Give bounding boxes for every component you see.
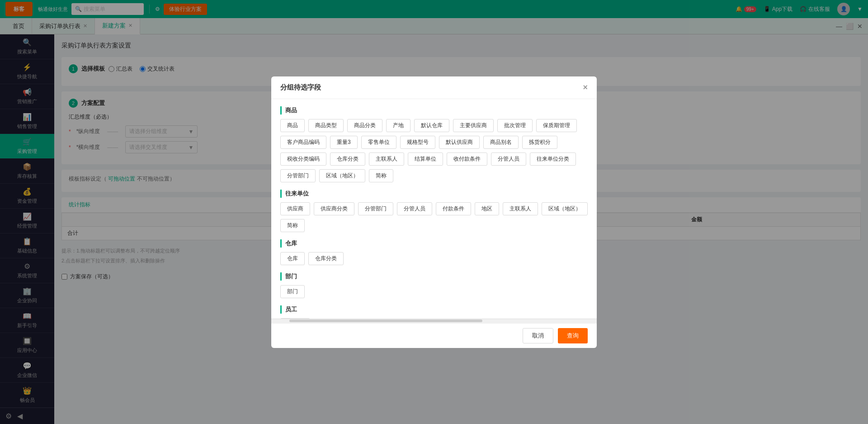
section-title-department: 部门 (280, 272, 588, 281)
modal-horizontal-scrollbar[interactable] (271, 319, 597, 323)
tag-partner-7[interactable]: 区域（地区） (542, 202, 588, 215)
tag-goods-19[interactable]: 收付款条件 (447, 152, 487, 166)
field-section-partner: 往来单位 供应商 供应商分类 分管部门 分管人员 付款条件 地区 主联系人 区域… (280, 190, 588, 232)
department-tags: 部门 (280, 285, 588, 298)
tag-goods-24[interactable]: 简称 (369, 169, 393, 182)
field-section-department: 部门 部门 (280, 272, 588, 298)
warehouse-tags: 仓库 仓库分类 (280, 252, 588, 265)
field-section-goods: 商品 商品 商品类型 商品分类 产地 默认仓库 主要供应商 批次管理 保质期管理… (280, 106, 588, 182)
tag-goods-2[interactable]: 商品分类 (347, 119, 382, 132)
tag-goods-7[interactable]: 保质期管理 (536, 119, 577, 132)
partner-tags: 供应商 供应商分类 分管部门 分管人员 付款条件 地区 主联系人 区域（地区） … (280, 202, 588, 232)
tag-partner-2[interactable]: 分管部门 (358, 202, 393, 215)
field-section-warehouse: 仓库 仓库 仓库分类 (280, 239, 588, 265)
tag-goods-12[interactable]: 默认供应商 (439, 136, 480, 149)
modal-overlay: 分组待选字段 × 商品 商品 商品类型 商品分类 产地 默认仓库 主要供应商 批… (0, 0, 868, 424)
modal-header: 分组待选字段 × (271, 76, 597, 99)
tag-goods-9[interactable]: 重量3 (330, 136, 358, 149)
tag-goods-21[interactable]: 往来单位分类 (530, 152, 576, 166)
tag-goods-0[interactable]: 商品 (280, 119, 305, 132)
tag-goods-20[interactable]: 分管人员 (491, 152, 526, 166)
scrollbar-thumb[interactable] (289, 319, 482, 322)
tag-goods-16[interactable]: 仓库分类 (330, 152, 365, 166)
modal-title: 分组待选字段 (280, 83, 321, 92)
tag-goods-13[interactable]: 商品别名 (483, 136, 519, 149)
tag-goods-8[interactable]: 客户商品编码 (280, 136, 326, 149)
tag-warehouse-1[interactable]: 仓库分类 (308, 252, 344, 265)
tag-goods-23[interactable]: 区域（地区） (319, 169, 365, 182)
confirm-button[interactable]: 查询 (558, 328, 588, 343)
tag-goods-3[interactable]: 产地 (386, 119, 410, 132)
field-section-employee: 员工 业务员 (280, 305, 588, 319)
tag-partner-6[interactable]: 主联系人 (503, 202, 538, 215)
modal-close-btn[interactable]: × (583, 83, 588, 92)
tag-partner-0[interactable]: 供应商 (280, 202, 310, 215)
tag-goods-6[interactable]: 批次管理 (497, 119, 533, 132)
tag-goods-17[interactable]: 主联系人 (369, 152, 404, 166)
modal-body: 商品 商品 商品类型 商品分类 产地 默认仓库 主要供应商 批次管理 保质期管理… (271, 99, 597, 319)
tag-goods-22[interactable]: 分管部门 (280, 169, 316, 182)
tag-partner-3[interactable]: 分管人员 (397, 202, 432, 215)
tag-goods-4[interactable]: 默认仓库 (414, 119, 449, 132)
modal-footer: 取消 查询 (271, 323, 597, 348)
tag-goods-18[interactable]: 结算单位 (408, 152, 443, 166)
tag-partner-5[interactable]: 地区 (475, 202, 499, 215)
tag-goods-14[interactable]: 拣货积分 (522, 136, 557, 149)
section-title-partner: 往来单位 (280, 190, 588, 198)
tag-goods-1[interactable]: 商品类型 (308, 119, 344, 132)
field-select-modal: 分组待选字段 × 商品 商品 商品类型 商品分类 产地 默认仓库 主要供应商 批… (271, 76, 597, 348)
tag-goods-10[interactable]: 零售单位 (361, 136, 396, 149)
tag-department-0[interactable]: 部门 (280, 285, 305, 298)
tag-partner-8[interactable]: 简称 (280, 219, 305, 232)
tag-goods-5[interactable]: 主要供应商 (453, 119, 494, 132)
cancel-button[interactable]: 取消 (523, 328, 553, 343)
section-title-warehouse: 仓库 (280, 239, 588, 248)
tag-goods-15[interactable]: 税收分类编码 (280, 152, 326, 166)
tag-partner-4[interactable]: 付款条件 (436, 202, 471, 215)
goods-tags: 商品 商品类型 商品分类 产地 默认仓库 主要供应商 批次管理 保质期管理 客户… (280, 119, 588, 182)
section-title-goods: 商品 (280, 106, 588, 114)
tag-warehouse-0[interactable]: 仓库 (280, 252, 305, 265)
tag-goods-11[interactable]: 规格型号 (400, 136, 435, 149)
tag-partner-1[interactable]: 供应商分类 (314, 202, 354, 215)
section-title-employee: 员工 (280, 305, 588, 314)
